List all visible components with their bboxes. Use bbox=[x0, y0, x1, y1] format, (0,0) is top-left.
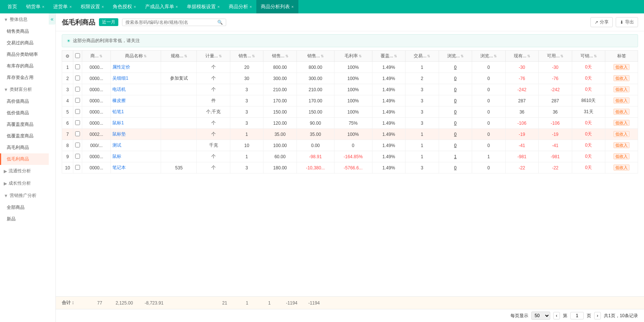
sidebar-collapse-button[interactable]: « bbox=[49, 13, 55, 25]
cell-name[interactable]: 橡皮擦 bbox=[111, 95, 161, 106]
sidebar-item-sales-goods[interactable]: 销售类商品 bbox=[0, 26, 49, 37]
cell-browse1[interactable]: 0 bbox=[439, 140, 472, 151]
period-tag-button[interactable]: 近一月 bbox=[99, 18, 118, 26]
row-checkbox[interactable] bbox=[75, 98, 80, 103]
cell-browse1[interactable]: 0 bbox=[439, 73, 472, 84]
row-checkbox[interactable] bbox=[75, 109, 80, 114]
cell-name[interactable]: 鼠标 bbox=[111, 151, 161, 162]
th-checkbox[interactable] bbox=[73, 51, 82, 62]
sort-stock-icon[interactable]: ⇅ bbox=[527, 54, 530, 58]
sort-saleable-icon[interactable]: ⇅ bbox=[594, 54, 597, 58]
cell-browse1[interactable]: 1 bbox=[439, 151, 472, 162]
cell-checkbox[interactable] bbox=[73, 162, 82, 173]
cell-browse1[interactable]: 0 bbox=[439, 162, 472, 173]
export-button[interactable]: ⬇ 导出 bbox=[616, 17, 638, 27]
cell-checkbox[interactable] bbox=[73, 73, 82, 84]
cell-checkbox[interactable] bbox=[73, 62, 82, 73]
row-checkbox[interactable] bbox=[75, 120, 80, 125]
cell-browse1[interactable]: 0 bbox=[439, 84, 472, 95]
sort-code-icon[interactable]: ⇅ bbox=[99, 54, 102, 58]
sidebar-group-liquidity[interactable]: ▶ 流通性分析 bbox=[0, 165, 49, 177]
sort-spec-icon[interactable]: ⇅ bbox=[184, 54, 187, 58]
prev-page-button[interactable]: ‹ bbox=[553, 312, 560, 319]
search-input[interactable] bbox=[125, 20, 217, 25]
cell-checkbox[interactable] bbox=[73, 106, 82, 118]
sidebar-item-high-value[interactable]: 高价值商品 bbox=[0, 96, 49, 107]
cell-name[interactable]: 测试 bbox=[111, 140, 161, 151]
nav-item-purchase[interactable]: 进货单 × bbox=[49, 0, 76, 13]
close-analysis-icon[interactable]: × bbox=[250, 4, 252, 9]
sort-sales2-icon[interactable]: ⇅ bbox=[285, 54, 288, 58]
cell-name[interactable]: 笔记本 bbox=[111, 162, 161, 173]
nav-item-sales[interactable]: 销货单 × bbox=[22, 0, 49, 13]
row-checkbox[interactable] bbox=[75, 76, 80, 80]
per-page-select[interactable]: 50 100 200 bbox=[531, 312, 550, 320]
nav-item-roles[interactable]: 角色授权 × bbox=[108, 0, 140, 13]
close-perms-icon[interactable]: × bbox=[102, 4, 104, 9]
sidebar-item-capital[interactable]: 库存资金占用 bbox=[0, 72, 49, 83]
cell-name[interactable]: 吴细细1 bbox=[111, 73, 161, 84]
cell-checkbox[interactable] bbox=[73, 84, 82, 95]
row-checkbox[interactable] bbox=[75, 131, 80, 136]
sidebar-item-low-margin[interactable]: 低毛利商品 bbox=[0, 153, 49, 165]
cell-browse1[interactable]: 0 bbox=[439, 118, 472, 129]
next-page-button[interactable]: › bbox=[594, 312, 601, 319]
row-checkbox[interactable] bbox=[75, 143, 80, 147]
close-roles-icon[interactable]: × bbox=[134, 4, 136, 9]
search-icon[interactable]: 🔍 bbox=[217, 20, 223, 25]
cell-checkbox[interactable] bbox=[73, 95, 82, 106]
share-button[interactable]: ↗ 分享 bbox=[590, 17, 613, 27]
row-checkbox[interactable] bbox=[75, 154, 80, 159]
row-checkbox[interactable] bbox=[75, 87, 80, 92]
sidebar-item-new-goods[interactable]: 新品 bbox=[0, 213, 49, 225]
cell-name[interactable]: 电话机 bbox=[111, 84, 161, 95]
cell-checkbox[interactable] bbox=[73, 129, 82, 140]
nav-item-perms[interactable]: 权限设置 × bbox=[76, 0, 108, 13]
sidebar-item-in-stock[interactable]: 有库存的商品 bbox=[0, 60, 49, 72]
close-purchase-icon[interactable]: × bbox=[69, 4, 71, 9]
cell-browse1[interactable]: 0 bbox=[439, 95, 472, 106]
sort-browse2-icon[interactable]: ⇅ bbox=[494, 54, 497, 58]
nav-item-home[interactable]: 首页 bbox=[3, 0, 22, 13]
sort-gross-icon[interactable]: ⇅ bbox=[359, 54, 362, 58]
cell-name[interactable]: 鼠标1 bbox=[111, 118, 161, 129]
sort-transaction-icon[interactable]: ⇅ bbox=[427, 54, 430, 58]
page-input[interactable] bbox=[570, 312, 584, 319]
cell-browse1[interactable]: 0 bbox=[439, 129, 472, 140]
cell-checkbox[interactable] bbox=[73, 151, 82, 162]
sort-unit-icon[interactable]: ⇅ bbox=[219, 54, 222, 58]
select-all-checkbox[interactable] bbox=[75, 53, 80, 58]
close-template-icon[interactable]: × bbox=[217, 4, 220, 9]
sort-sales1-icon[interactable]: ⇅ bbox=[252, 54, 255, 58]
cell-name[interactable]: 铅笔1 bbox=[111, 106, 161, 118]
cell-browse1[interactable]: 0 bbox=[439, 106, 472, 118]
sort-sales3-icon[interactable]: ⇅ bbox=[321, 54, 324, 58]
close-product-in-icon[interactable]: × bbox=[176, 4, 178, 9]
sidebar-item-traded-goods[interactable]: 交易过的商品 bbox=[0, 37, 49, 49]
sidebar-item-low-coverage[interactable]: 低覆盖度商品 bbox=[0, 130, 49, 142]
cell-checkbox[interactable] bbox=[73, 118, 82, 129]
row-checkbox[interactable] bbox=[75, 64, 80, 69]
sidebar-item-category-rate[interactable]: 商品分类助销率 bbox=[0, 49, 49, 60]
cell-browse1[interactable]: 0 bbox=[439, 62, 472, 73]
row-checkbox[interactable] bbox=[75, 165, 80, 170]
th-settings[interactable]: ⚙ bbox=[62, 51, 73, 62]
nav-item-template[interactable]: 单据模板设置 × bbox=[182, 0, 224, 13]
sidebar-item-high-margin[interactable]: 高毛利商品 bbox=[0, 142, 49, 153]
sidebar-item-low-value[interactable]: 低价值商品 bbox=[0, 107, 49, 119]
sort-name-icon[interactable]: ⇅ bbox=[144, 54, 147, 58]
sidebar-group-wealth[interactable]: ▼ 类财富分析 bbox=[0, 83, 49, 96]
cell-checkbox[interactable] bbox=[73, 140, 82, 151]
sidebar-group-marketing[interactable]: ▼ 营销推广分析 bbox=[0, 189, 49, 202]
close-analysis-list-icon[interactable]: × bbox=[291, 4, 294, 9]
nav-item-analysis-list[interactable]: 商品分析列表 × bbox=[256, 0, 298, 13]
sidebar-item-all-goods[interactable]: 全部商品 bbox=[0, 202, 49, 213]
sidebar-group-growth[interactable]: ▶ 成长性分析 bbox=[0, 177, 49, 189]
sort-available-icon[interactable]: ⇅ bbox=[560, 54, 563, 58]
sort-browse1-icon[interactable]: ⇅ bbox=[461, 54, 464, 58]
close-sales-icon[interactable]: × bbox=[42, 4, 44, 9]
sort-coverage-icon[interactable]: ⇅ bbox=[394, 54, 397, 58]
sidebar-item-high-coverage[interactable]: 高覆盖度商品 bbox=[0, 119, 49, 130]
cell-name[interactable]: 属性定价 bbox=[111, 62, 161, 73]
cell-name[interactable]: 鼠标垫 bbox=[111, 129, 161, 140]
